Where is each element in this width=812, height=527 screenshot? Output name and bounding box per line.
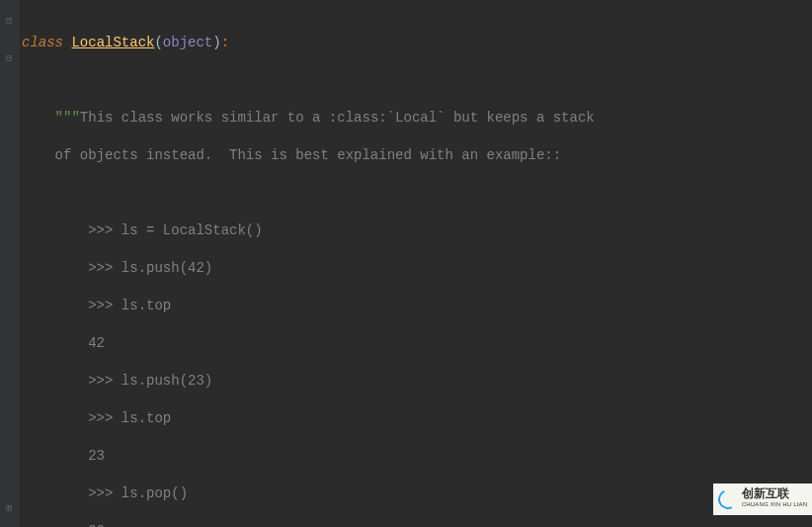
keyword-class: class: [22, 35, 71, 50]
docstring-example: >>> ls.push(23): [88, 373, 212, 389]
code-line: >>> ls.push(42): [22, 259, 669, 278]
docstring-example: 42: [88, 335, 105, 351]
code-line: """This class works similar to a :class:…: [22, 109, 669, 128]
docstring-example: >>> ls.pop(): [88, 485, 188, 501]
code-line: of objects instead. This is best explain…: [22, 146, 669, 165]
code-line: >>> ls = LocalStack(): [22, 221, 669, 240]
code-line: >>> ls.pop(): [22, 484, 669, 503]
code-line: >>> ls.top: [22, 409, 669, 428]
code-line: class LocalStack(object):: [22, 34, 669, 52]
logo-text-cn: 创新互联: [742, 488, 808, 499]
docstring-example: >>> ls.push(42): [88, 260, 212, 276]
code-line: >>> ls.top: [22, 297, 669, 315]
code-area[interactable]: class LocalStack(object): """This class …: [22, 15, 669, 527]
code-line: 42: [22, 334, 669, 353]
paren: (: [154, 35, 162, 50]
code-line: 23: [22, 447, 669, 466]
paren: ): [212, 35, 220, 50]
logo-text-en: CHUANG XIN HU LIAN: [742, 499, 808, 510]
docstring-text: of objects instead. This is best explain…: [55, 147, 561, 163]
colon: :: [221, 35, 229, 50]
docstring-text: This class works similar to a :class:`Lo…: [80, 110, 595, 126]
docstring-example: >>> ls.top: [88, 298, 171, 313]
class-name: LocalStack: [71, 35, 154, 50]
builtin-object: object: [163, 35, 212, 50]
watermark-logo: 创新互联 CHUANG XIN HU LIAN: [713, 483, 812, 515]
docstring-quotes: """: [55, 110, 80, 126]
code-line: >>> ls.push(23): [22, 372, 669, 391]
code-line: 23: [22, 522, 669, 527]
docstring-example: 23: [88, 448, 105, 464]
docstring-example: >>> ls.top: [88, 410, 171, 426]
fold-icon[interactable]: ⊟: [6, 17, 15, 26]
docstring-example: >>> ls = LocalStack(): [88, 222, 262, 238]
fold-icon[interactable]: ⊟: [6, 54, 15, 63]
docstring-example: 23: [88, 523, 105, 527]
logo-swirl-icon: [715, 486, 741, 512]
gutter: ⊟ ⊟ ⊞ ⊟: [0, 0, 20, 527]
